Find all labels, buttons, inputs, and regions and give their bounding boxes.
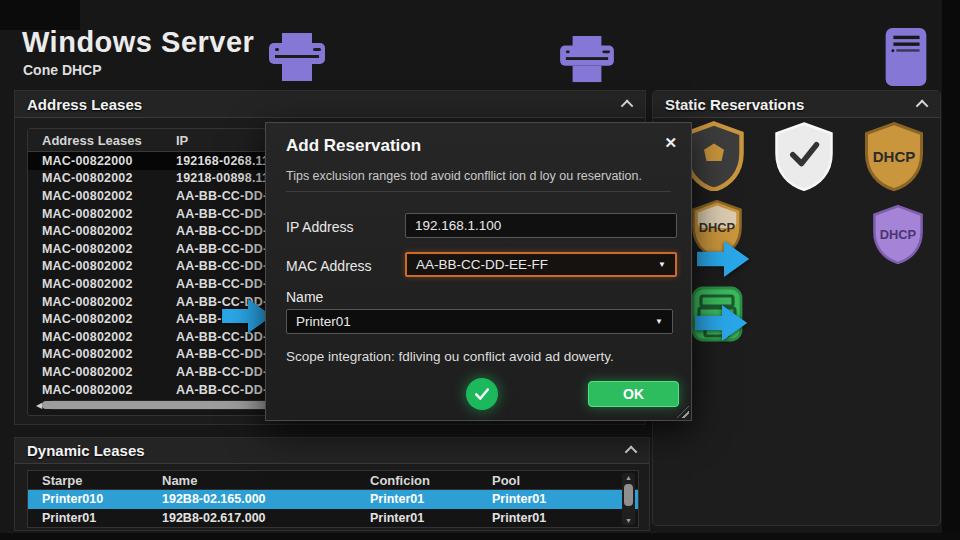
ok-button[interactable]: OK <box>588 381 679 407</box>
column-header-mac: Address Leases <box>28 133 176 148</box>
lease-mac: MAC-00802002 <box>28 383 176 397</box>
mac-address-value: AA-BB-CC-DD-EE-FF <box>416 257 548 272</box>
chevron-up-icon[interactable] <box>621 99 634 112</box>
dialog-title: Add Reservation <box>286 136 421 156</box>
name-value: Printer01 <box>296 314 351 329</box>
dynamic-leases-title: Dynamic Leases <box>27 442 145 459</box>
printer-icon <box>265 33 329 87</box>
row-conficion: Printer01 <box>370 511 492 525</box>
shield-dhcp-gold-icon[interactable]: DHCP <box>863 121 925 195</box>
dialog-subtitle: Tips exclusion ranges tod avoid confllic… <box>286 169 642 183</box>
chevron-down-icon: ▼ <box>658 260 666 269</box>
row-stage: Printer010 <box>28 492 162 506</box>
address-leases-title: Address Leases <box>27 96 142 113</box>
add-reservation-dialog: Add Reservation ✕ Tips exclusion ranges … <box>265 122 692 421</box>
lease-mac: MAC-00802002 <box>28 207 176 221</box>
shield-check-icon[interactable] <box>773 121 835 195</box>
lease-mac: MAC-00802002 <box>28 312 176 326</box>
lease-mac: MAC-00802002 <box>28 242 176 256</box>
svg-text:DHCP: DHCP <box>699 220 736 235</box>
dynamic-leases-header[interactable]: Dynamic Leases <box>15 438 649 464</box>
vertical-scrollbar[interactable]: ▲ ▼ <box>622 473 635 525</box>
lease-mac: MAC-00822000 <box>28 154 176 168</box>
static-reservations-title: Static Reservations <box>665 96 804 113</box>
row-stage: Printer01 <box>28 511 162 525</box>
name-label: Name <box>286 289 323 305</box>
row-name: 192B8-02.617.000 <box>162 511 370 525</box>
svg-text:DHCP: DHCP <box>880 227 917 242</box>
server-icon <box>880 26 932 92</box>
ip-address-field[interactable]: 192.168.1.100 <box>405 213 677 238</box>
lease-mac: MAC-00802002 <box>28 347 176 361</box>
check-circle-icon <box>466 378 498 410</box>
row-conficion: Printer01 <box>370 492 492 506</box>
arrow-right-icon <box>695 303 749 347</box>
page-title: Windows Server <box>22 26 254 59</box>
svg-text:DHCP: DHCP <box>873 148 916 165</box>
printer-icon <box>556 36 618 88</box>
chevron-down-icon: ▼ <box>655 317 663 326</box>
name-dropdown[interactable]: Printer01 ▼ <box>286 309 673 334</box>
row-pool: Printer01 <box>492 511 638 525</box>
static-reservations-panel: Static Reservations DHCP DHCP DHCP <box>652 90 941 526</box>
shield-dhcp-purple-icon[interactable]: DHCP <box>871 204 925 268</box>
static-reservations-header[interactable]: Static Reservations <box>653 91 940 118</box>
address-leases-header[interactable]: Address Leases <box>15 91 645 118</box>
lease-mac: MAC-00802002 <box>28 171 176 185</box>
dynamic-leases-table: Starpe Name Conficion Pool Printer010 19… <box>27 470 639 528</box>
lease-mac: MAC-00802002 <box>28 224 176 238</box>
dynamic-leases-column-header: Starpe Name Conficion Pool <box>28 471 638 490</box>
close-icon[interactable]: ✕ <box>664 134 677 152</box>
column-header-name: Name <box>162 473 370 488</box>
scroll-up-icon[interactable]: ▲ <box>622 474 635 481</box>
column-header-conficion: Conficion <box>370 473 492 488</box>
page-subtitle: Cone DHCP <box>23 62 102 78</box>
resize-handle[interactable] <box>677 406 689 418</box>
row-pool: Printer01 <box>492 492 638 506</box>
shield-dot-icon[interactable] <box>683 121 745 195</box>
chevron-up-icon[interactable] <box>625 446 638 459</box>
lease-mac: MAC-00802002 <box>28 277 176 291</box>
mac-address-label: MAC Address <box>286 258 372 274</box>
lease-mac: MAC-00802002 <box>28 295 176 309</box>
arrow-right-icon <box>697 239 751 283</box>
divider <box>286 191 671 192</box>
table-row[interactable]: Printer01 192B8-02.617.000 Printer01 Pri… <box>28 509 638 528</box>
lease-mac: MAC-00802002 <box>28 259 176 273</box>
scroll-down-icon[interactable]: ▼ <box>622 517 635 524</box>
scrollbar-thumb[interactable] <box>624 484 633 506</box>
lease-mac: MAC-00802002 <box>28 330 176 344</box>
right-edge-strip <box>942 0 960 540</box>
ip-address-value: 192.168.1.100 <box>415 218 501 233</box>
column-header-stage: Starpe <box>28 473 162 488</box>
mac-address-dropdown[interactable]: AA-BB-CC-DD-EE-FF ▼ <box>405 252 677 277</box>
lease-mac: MAC-00802002 <box>28 365 176 379</box>
bottom-edge-strip <box>0 533 960 540</box>
chevron-up-icon[interactable] <box>916 99 929 112</box>
dialog-note: Scope integration: fdliving ou conflict … <box>286 349 614 364</box>
dynamic-leases-rows: Printer010 192B8-02.165.000 Printer01 Pr… <box>28 490 638 527</box>
ip-address-label: IP Address <box>286 219 353 235</box>
dynamic-leases-panel: Dynamic Leases Starpe Name Conficion Poo… <box>14 437 650 531</box>
row-name: 192B8-02.165.000 <box>162 492 370 506</box>
lease-mac: MAC-00802002 <box>28 189 176 203</box>
column-header-pool: Pool <box>492 473 638 488</box>
table-row[interactable]: Printer010 192B8-02.165.000 Printer01 Pr… <box>28 490 638 509</box>
